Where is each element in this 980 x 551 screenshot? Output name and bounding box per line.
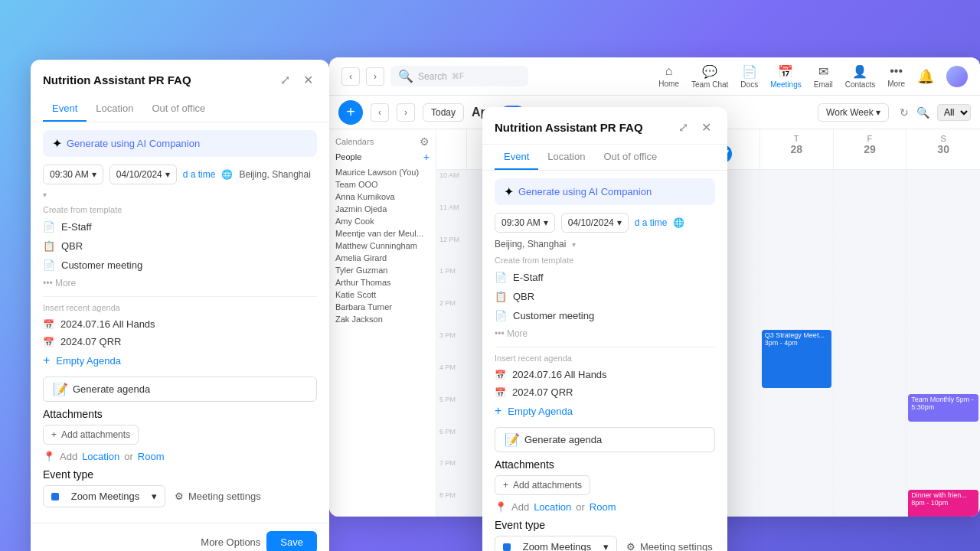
cell-sun-10[interactable] bbox=[906, 170, 980, 201]
cell-sun-1[interactable] bbox=[906, 266, 980, 296]
cell-sun-7[interactable] bbox=[906, 458, 980, 488]
front-meeting-settings-btn[interactable]: ⚙ Meeting settings bbox=[626, 541, 713, 551]
cell-fri-6[interactable] bbox=[760, 426, 834, 457]
template-customer[interactable]: 📄 Customer meeting bbox=[43, 256, 317, 275]
cell-fri-11[interactable] bbox=[760, 202, 834, 233]
front-empty-agenda-item[interactable]: + Empty Agenda bbox=[495, 401, 715, 421]
cell-fri-2[interactable] bbox=[760, 298, 834, 328]
nav-teamchat[interactable]: 💬 Team Chat bbox=[691, 64, 728, 89]
cell-sat-3[interactable] bbox=[834, 330, 907, 360]
room-link[interactable]: Room bbox=[138, 451, 165, 462]
cell-sat-12[interactable] bbox=[834, 234, 907, 265]
agenda-item-2[interactable]: 📅 2024.07 QRR bbox=[43, 333, 317, 350]
refresh-btn[interactable]: ↻ bbox=[900, 106, 909, 119]
notification-bell[interactable]: 🔔 bbox=[917, 68, 934, 85]
sub-nav-back[interactable]: ‹ bbox=[371, 103, 389, 122]
cell-fri-10[interactable] bbox=[760, 170, 834, 201]
nav-back-btn[interactable]: ‹ bbox=[341, 67, 360, 86]
front-more-templates-link[interactable]: ••• More bbox=[495, 325, 715, 342]
agenda-item-1[interactable]: 📅 2024.07.16 All Hands bbox=[43, 315, 317, 333]
expand-btn[interactable]: ⤢ bbox=[276, 70, 294, 89]
cell-sun-4[interactable] bbox=[906, 362, 980, 393]
cell-sat-4[interactable] bbox=[834, 362, 907, 393]
cell-sun-6[interactable] bbox=[906, 426, 980, 457]
front-date-select[interactable]: 04/10/2024 ▾ bbox=[561, 213, 629, 233]
nav-meetings[interactable]: 📅 Meetings bbox=[770, 64, 802, 89]
add-person-btn[interactable]: + bbox=[423, 151, 430, 163]
location-link[interactable]: Location bbox=[82, 451, 119, 462]
new-event-btn[interactable]: + bbox=[338, 100, 363, 125]
cell-sat-5[interactable] bbox=[834, 394, 907, 425]
date-select[interactable]: 04/10/2024 ▾ bbox=[109, 165, 177, 184]
event-teammonthly[interactable]: Team Monthly 5pm - 5:30pm bbox=[908, 394, 978, 422]
search-bar[interactable]: 🔍 Search ⌘F bbox=[390, 66, 528, 86]
template-qbr[interactable]: 📋 QBR bbox=[43, 236, 317, 256]
tab-location[interactable]: Location bbox=[87, 96, 142, 122]
template-estaff[interactable]: 📄 E-Staff bbox=[43, 217, 317, 236]
cell-sun-3[interactable] bbox=[906, 330, 980, 360]
user-avatar[interactable] bbox=[946, 66, 968, 87]
cell-sat-11[interactable] bbox=[834, 202, 907, 233]
time-select[interactable]: 09:30 AM ▾ bbox=[43, 165, 103, 184]
front-ai-companion-btn[interactable]: ✦ Generate using AI Companion bbox=[495, 178, 715, 205]
today-btn[interactable]: Today bbox=[423, 103, 464, 122]
cell-fri-3[interactable]: Q3 Strategy Meet...3pm - 4pm bbox=[760, 330, 834, 360]
cell-sat-8[interactable] bbox=[834, 490, 907, 517]
filter-select[interactable]: All bbox=[937, 104, 971, 121]
cell-sat-10[interactable] bbox=[834, 170, 907, 201]
event-dinner[interactable]: Dinner with frien...8pm - 10pm bbox=[908, 490, 978, 517]
save-btn-back[interactable]: Save bbox=[266, 531, 317, 551]
cell-sat-7[interactable] bbox=[834, 458, 907, 488]
cell-fri-1[interactable] bbox=[760, 266, 834, 296]
nav-fwd-btn[interactable]: › bbox=[366, 67, 384, 86]
ai-companion-btn[interactable]: ✦ Generate using AI Companion bbox=[43, 130, 317, 157]
nav-more[interactable]: ••• More bbox=[887, 64, 905, 88]
front-room-link[interactable]: Room bbox=[590, 501, 616, 513]
front-event-type-dropdown[interactable]: Zoom Meetings ▾ bbox=[495, 536, 617, 551]
front-add-time-link[interactable]: d a time bbox=[635, 217, 668, 228]
sub-nav-fwd[interactable]: › bbox=[397, 103, 415, 122]
settings-icon[interactable]: ⚙ bbox=[420, 135, 430, 148]
tab-out-of-office[interactable]: Out of office bbox=[142, 96, 214, 122]
cell-fri-8[interactable] bbox=[760, 490, 834, 517]
more-options-btn-back[interactable]: More Options bbox=[201, 536, 260, 548]
close-btn[interactable]: ✕ bbox=[299, 70, 317, 89]
event-type-dropdown[interactable]: Zoom Meetings ▾ bbox=[43, 485, 165, 507]
front-generate-agenda-btn[interactable]: 📝 Generate agenda bbox=[495, 427, 715, 452]
tab-event[interactable]: Event bbox=[43, 96, 87, 122]
cell-sun-11[interactable] bbox=[906, 202, 980, 233]
front-time-select[interactable]: 09:30 AM ▾ bbox=[495, 213, 555, 233]
nav-home[interactable]: ⌂ Home bbox=[658, 64, 679, 88]
cell-sun-5[interactable]: Team Monthly 5pm - 5:30pm bbox=[906, 394, 980, 425]
search-btn[interactable]: 🔍 bbox=[916, 106, 929, 119]
front-add-attachments-btn[interactable]: + Add attachments bbox=[495, 475, 590, 495]
front-close-btn[interactable]: ✕ bbox=[697, 118, 715, 136]
cell-fri-7[interactable] bbox=[760, 458, 834, 488]
front-location-link[interactable]: Location bbox=[534, 501, 571, 513]
nav-contacts[interactable]: 👤 Contacts bbox=[845, 64, 875, 89]
cell-sat-6[interactable] bbox=[834, 426, 907, 457]
front-tab-out-of-office[interactable]: Out of office bbox=[594, 145, 666, 170]
front-expand-btn[interactable]: ⤢ bbox=[674, 118, 692, 136]
cell-fri-12[interactable] bbox=[760, 234, 834, 265]
front-agenda-item-1[interactable]: 📅 2024.07.16 All Hands bbox=[495, 366, 715, 383]
front-template-customer[interactable]: 📄 Customer meeting bbox=[495, 306, 715, 325]
more-templates-link[interactable]: ••• More bbox=[43, 275, 317, 292]
front-template-estaff[interactable]: 📄 E-Staff bbox=[495, 268, 715, 287]
front-agenda-item-2[interactable]: 📅 2024.07 QRR bbox=[495, 383, 715, 401]
cell-sun-12[interactable] bbox=[906, 234, 980, 265]
cell-sat-1[interactable] bbox=[834, 266, 907, 296]
cell-sat-2[interactable] bbox=[834, 298, 907, 328]
empty-agenda-item[interactable]: + Empty Agenda bbox=[43, 350, 317, 370]
cell-sun-8[interactable]: Dinner with frien...8pm - 10pm bbox=[906, 490, 980, 517]
generate-agenda-btn[interactable]: 📝 Generate agenda bbox=[43, 377, 317, 402]
event-q3strategy[interactable]: Q3 Strategy Meet...3pm - 4pm bbox=[762, 330, 831, 388]
cell-fri-5[interactable] bbox=[760, 394, 834, 425]
front-tab-location[interactable]: Location bbox=[538, 145, 594, 170]
front-tab-event[interactable]: Event bbox=[495, 145, 538, 170]
nav-docs[interactable]: 📄 Docs bbox=[740, 64, 758, 89]
add-attachments-btn[interactable]: + Add attachments bbox=[43, 425, 139, 445]
cell-sun-2[interactable] bbox=[906, 298, 980, 328]
nav-email[interactable]: ✉ Email bbox=[814, 64, 833, 89]
add-time-link[interactable]: d a time bbox=[183, 169, 216, 180]
